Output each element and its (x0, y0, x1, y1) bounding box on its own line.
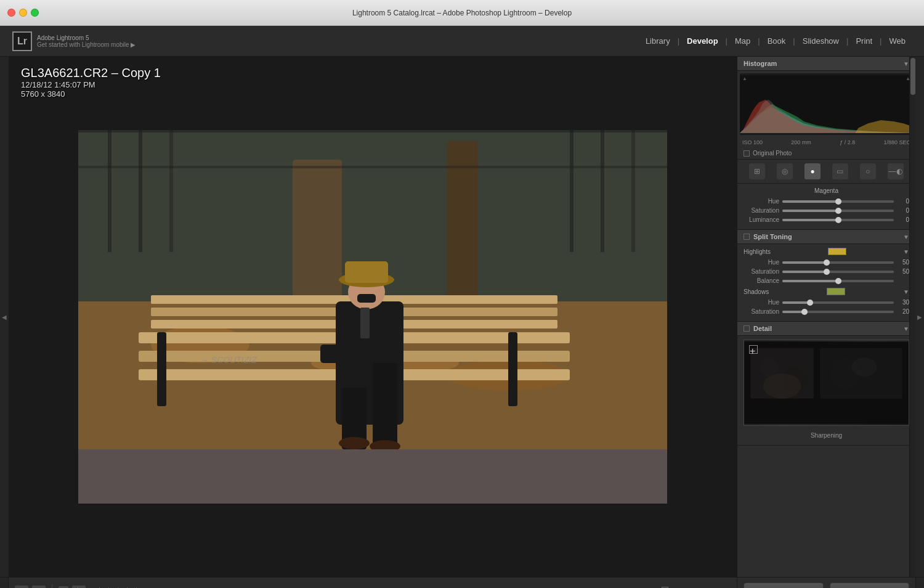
brush-tool-icon[interactable]: —◐ (888, 163, 904, 179)
histogram-collapse-icon[interactable]: ▼ (903, 60, 909, 67)
lr-icon: Lr (12, 31, 32, 51)
highlights-sat-slider[interactable] (782, 271, 894, 273)
saturation-slider-thumb[interactable] (835, 208, 841, 214)
shadows-hue-slider[interactable] (782, 301, 894, 304)
highlights-sat-thumb[interactable] (824, 269, 830, 275)
nav-map[interactable]: Map (729, 34, 756, 48)
highlights-swatch-arrow[interactable]: ▼ (903, 248, 909, 255)
luminance-label: Luminance (744, 216, 779, 223)
right-panel-scrollbar[interactable] (909, 57, 915, 577)
nav-print[interactable]: Print (849, 34, 878, 48)
highlights-hue-thumb[interactable] (824, 259, 830, 266)
bottom-row: ▭ YY ⚑ ★ ★ ★ ★ ★ Soft Proofing ▼ Previou… (0, 577, 924, 588)
toolbar-expand-icon[interactable]: ▼ (721, 586, 731, 589)
original-photo-label: Original Photo (753, 150, 792, 157)
app-logo: Lr Adobe Lightroom 5 Get started with Li… (12, 31, 136, 51)
shadows-hue-thumb[interactable] (807, 300, 813, 306)
original-photo-checkbox[interactable] (744, 150, 750, 157)
detail-collapse-icon[interactable]: ▼ (903, 325, 909, 332)
shadows-sat-slider[interactable] (782, 311, 894, 313)
luminance-slider[interactable] (782, 219, 894, 221)
detail-toggle[interactable] (744, 325, 750, 332)
highlights-label: Highlights (744, 248, 771, 255)
detail-preview-svg (744, 340, 909, 425)
nav-book[interactable]: Book (761, 34, 792, 48)
svg-rect-25 (320, 345, 382, 363)
balance-thumb[interactable] (835, 278, 841, 284)
photo-date: 12/18/12 1:45:07 PM (21, 80, 161, 89)
scrollbar-thumb[interactable] (910, 58, 915, 95)
highlights-color-swatch[interactable] (828, 248, 846, 255)
hue-slider-thumb[interactable] (835, 198, 841, 205)
saturation-slider[interactable] (782, 210, 894, 212)
detail-preview-image (744, 340, 909, 425)
svg-rect-30 (108, 129, 111, 252)
photo-canvas[interactable]: → SCOUTIZIZ (9, 57, 737, 577)
balance-row: Balance (744, 277, 909, 284)
star-1[interactable]: ★ (95, 586, 103, 589)
right-panel-toggle[interactable]: ▶ (915, 57, 924, 577)
hue-slider[interactable] (782, 200, 894, 203)
luminance-slider-thumb[interactable] (835, 217, 841, 223)
radial-filter-icon[interactable]: ○ (860, 163, 876, 179)
svg-rect-36 (77, 449, 668, 505)
view-compare-icon[interactable]: YY (32, 586, 46, 589)
previous-button[interactable]: Previous (744, 582, 824, 589)
hue-label: Hue (744, 198, 779, 205)
detail-section: Detail ▼ (737, 322, 915, 446)
left-collapse-arrow-icon: ◀ (2, 314, 7, 321)
highlights-sat-label: Saturation (744, 268, 779, 275)
split-toning-title: Split Toning (753, 233, 792, 240)
hsl-saturation-row: Saturation 0 (744, 207, 909, 214)
grad-filter-icon[interactable]: ▭ (832, 163, 848, 179)
hsl-section-title: Magenta (744, 187, 909, 194)
detail-crosshair-icon[interactable]: + (749, 345, 758, 354)
shadows-sat-thumb[interactable] (801, 309, 808, 315)
star-4[interactable]: ★ (123, 586, 131, 589)
app-info: Adobe Lightroom 5 Get started with Light… (37, 35, 136, 48)
star-5[interactable]: ★ (132, 586, 140, 589)
star-rating[interactable]: ★ ★ ★ ★ ★ (95, 586, 140, 589)
shadows-hue-row: Hue 30 (744, 299, 909, 306)
top-navigation: Lr Adobe Lightroom 5 Get started with Li… (0, 26, 924, 57)
redeye-tool-icon[interactable]: ● (804, 163, 821, 179)
svg-rect-24 (357, 294, 376, 303)
saturation-label: Saturation (744, 207, 779, 214)
left-panel-toggle[interactable]: ◀ (0, 57, 9, 577)
heal-tool-icon[interactable]: ◎ (777, 163, 793, 179)
crop-tool-icon[interactable]: ⊞ (749, 163, 765, 179)
color-label-icon[interactable] (59, 586, 68, 589)
highlights-hue-label: Hue (744, 259, 779, 266)
maximize-button[interactable] (31, 9, 39, 17)
svg-text:→ SCOUTIZIZ: → SCOUTIZIZ (200, 355, 257, 365)
split-toning-section: Split Toning ▼ Highlights ▼ Hue 50 (737, 230, 915, 322)
detail-preview[interactable]: + (744, 340, 909, 426)
shadows-color-swatch[interactable] (827, 288, 845, 295)
split-toning-toggle[interactable] (744, 234, 750, 240)
minimize-button[interactable] (19, 9, 27, 17)
view-single-icon[interactable]: ▭ (15, 586, 28, 589)
star-3[interactable]: ★ (114, 586, 122, 589)
nav-library[interactable]: Library (639, 34, 676, 48)
split-toning-collapse-icon[interactable]: ▼ (903, 234, 909, 240)
nav-web[interactable]: Web (883, 34, 912, 48)
balance-slider[interactable] (782, 280, 894, 282)
highlights-hue-slider[interactable] (782, 261, 894, 264)
shadows-swatch-arrow[interactable]: ▼ (903, 288, 909, 295)
svg-point-19 (339, 437, 370, 449)
nav-slideshow[interactable]: Slideshow (796, 34, 845, 48)
histogram-clip-left-icon[interactable]: ▲ (742, 76, 747, 81)
flag-icon[interactable]: ⚑ (72, 586, 86, 589)
photo-image: → SCOUTIZIZ (77, 129, 668, 505)
shadows-hue-label: Hue (744, 299, 779, 306)
histogram-header: Histogram ▼ (737, 57, 915, 71)
svg-rect-33 (570, 129, 573, 252)
nav-develop[interactable]: Develop (681, 34, 724, 48)
tool-icons-row: ⊞ ◎ ● ▭ ○ —◐ (737, 160, 915, 184)
reset-button[interactable]: Reset (830, 582, 910, 589)
star-2[interactable]: ★ (105, 586, 113, 589)
close-button[interactable] (7, 9, 15, 17)
histogram-display: ▲ ▲ (740, 73, 913, 135)
photo-filename: GL3A6621.CR2 – Copy 1 (21, 66, 161, 80)
window-controls[interactable] (7, 9, 39, 17)
